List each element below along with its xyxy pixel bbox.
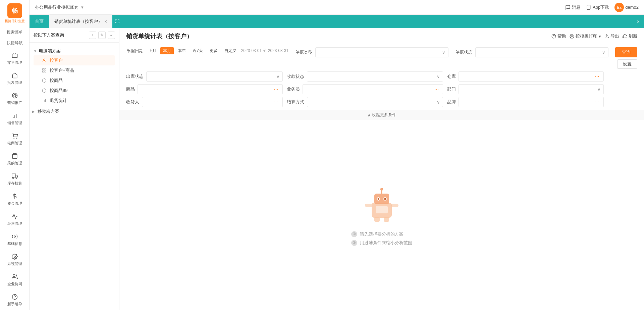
empty-tip-2: ② 用过滤条件来缩小分析范围 bbox=[351, 240, 412, 246]
doc-type-select[interactable]: ∨ bbox=[315, 47, 448, 57]
panel-item-by-customer[interactable]: 按客户 bbox=[34, 55, 115, 65]
query-btn[interactable]: 查询 bbox=[615, 47, 637, 57]
brand-select[interactable]: ··· bbox=[459, 97, 604, 107]
logo[interactable]: 畅 畅捷信好生意 bbox=[0, 0, 29, 27]
side-panel-title: 按以下方案查询 bbox=[34, 32, 64, 38]
sidebar-item-marketing[interactable]: 营销推广 bbox=[0, 89, 29, 109]
dept-arrow: ∨ bbox=[597, 87, 601, 92]
print-dropdown-arrow[interactable]: ▾ bbox=[599, 34, 601, 39]
app-download-btn[interactable]: App下载 bbox=[586, 4, 609, 10]
warehouse-select[interactable]: ··· bbox=[459, 71, 604, 82]
action-buttons: 查询 设置 bbox=[615, 47, 637, 69]
date-btn-more[interactable]: 更多 bbox=[207, 47, 220, 54]
help-icon bbox=[551, 34, 556, 39]
product-select[interactable]: ··· bbox=[138, 84, 283, 94]
tab-home[interactable]: 首页 bbox=[30, 15, 49, 28]
chart-icon bbox=[42, 98, 47, 103]
avatar: Ea bbox=[614, 3, 624, 12]
window-close-btn[interactable]: ✕ bbox=[632, 19, 644, 24]
sidebar-item-operations[interactable]: 经营管理 bbox=[0, 209, 29, 229]
out-status-select[interactable]: ∨ bbox=[146, 71, 283, 82]
grid-icon bbox=[42, 68, 47, 73]
topbar-left: 办公用品行业模拟账套 ▾ bbox=[35, 4, 84, 10]
receiver-dots[interactable]: ··· bbox=[272, 99, 279, 105]
sidebar-item-basic[interactable]: 基础信息 bbox=[0, 229, 29, 250]
svg-point-15 bbox=[13, 274, 15, 276]
mobile-group-header[interactable]: ▶ 移动端方案 bbox=[30, 107, 119, 116]
receiver-select[interactable]: ··· bbox=[142, 97, 283, 107]
side-panel: 按以下方案查询 + ✎ « ▼ 电脑端方案 bbox=[30, 28, 119, 310]
quick-nav[interactable]: 快捷导航 bbox=[0, 38, 29, 48]
print-btn[interactable]: 按模板打印 ▾ bbox=[570, 33, 601, 39]
sidebar-item-wholesale[interactable]: 批发管理 bbox=[0, 68, 29, 89]
payment-method-select[interactable]: ∨ bbox=[307, 97, 443, 107]
svg-rect-36 bbox=[374, 194, 389, 204]
help-btn[interactable]: 帮助 bbox=[551, 33, 566, 39]
svg-rect-24 bbox=[43, 69, 44, 70]
date-btn-7days[interactable]: 近7天 bbox=[190, 47, 206, 54]
doc-status-select[interactable]: ∨ bbox=[475, 47, 608, 57]
doc-type-label: 单据类型 bbox=[295, 49, 313, 55]
sidebar-item-finance[interactable]: 资金管理 bbox=[0, 189, 29, 209]
out-status-arrow: ∨ bbox=[276, 74, 280, 79]
payment-method-group: 结算方式 ∨ bbox=[287, 97, 443, 107]
industry-dropdown[interactable]: ▾ bbox=[81, 5, 84, 10]
salesperson-select[interactable]: ··· bbox=[303, 84, 443, 94]
svg-point-40 bbox=[384, 198, 386, 200]
collapse-panel-btn[interactable]: « bbox=[108, 32, 115, 39]
sidebar-item-retail[interactable]: 零售管理 bbox=[0, 48, 29, 68]
panel-item-product-99[interactable]: 按商品99 bbox=[34, 86, 115, 96]
empty-tips: ① 请先选择要分析的方案 ② 用过滤条件来缩小分析范围 bbox=[351, 231, 412, 246]
edit-scheme-btn[interactable]: ✎ bbox=[98, 32, 106, 39]
date-btn-last-month[interactable]: 上月 bbox=[146, 47, 159, 54]
date-btn-this-year[interactable]: 本年 bbox=[175, 47, 189, 54]
date-btn-this-month[interactable]: 本月 bbox=[160, 47, 174, 54]
tip-num-1: ① bbox=[351, 231, 357, 237]
sidebar-item-system[interactable]: 系统管理 bbox=[0, 250, 29, 270]
date-label: 单据日期 bbox=[126, 48, 144, 54]
tab-sales-stat[interactable]: 销货单统计表（按客户） × bbox=[49, 15, 112, 28]
tab-close-btn[interactable]: × bbox=[104, 19, 107, 24]
export-btn[interactable]: 导出 bbox=[604, 33, 619, 39]
product-group: 商品 ··· bbox=[126, 84, 283, 94]
sidebar-item-sales[interactable]: 销售管理 bbox=[0, 109, 29, 129]
sidebar-item-corp[interactable]: 企业协同 bbox=[0, 270, 29, 290]
panel-item-by-product[interactable]: 按商品 bbox=[34, 75, 115, 86]
refresh-btn[interactable]: 刷新 bbox=[623, 33, 637, 39]
doc-type-group: 单据类型 ∨ bbox=[295, 47, 448, 57]
out-status-group: 出库状态 ∨ bbox=[126, 71, 283, 82]
dept-group: 部门 ∨ bbox=[447, 84, 604, 94]
maximize-btn[interactable] bbox=[112, 19, 122, 24]
salesperson-dots[interactable]: ··· bbox=[433, 86, 440, 92]
warehouse-dots[interactable]: ··· bbox=[594, 73, 601, 80]
svg-point-10 bbox=[12, 177, 14, 178]
settings-btn[interactable]: 设置 bbox=[617, 59, 637, 69]
sidebar-item-newbie[interactable]: 新手引导 bbox=[0, 290, 29, 310]
brand-dots[interactable]: ··· bbox=[594, 99, 601, 105]
date-btn-custom[interactable]: 自定义 bbox=[222, 47, 239, 54]
desktop-group-label: 电脑端方案 bbox=[39, 48, 61, 54]
message-icon bbox=[565, 5, 571, 10]
message-btn[interactable]: 消息 bbox=[565, 4, 581, 10]
desktop-group-header[interactable]: ▼ 电脑端方案 bbox=[34, 47, 115, 55]
sidebar-item-purchase[interactable]: 采购管理 bbox=[0, 149, 29, 169]
collapse-bar[interactable]: ∧ 收起更多条件 bbox=[119, 110, 644, 120]
sidebar-item-ecommerce[interactable]: 电商管理 bbox=[0, 129, 29, 149]
salesperson-label: 业务员 bbox=[287, 86, 300, 92]
user-profile[interactable]: Ea demo2 bbox=[614, 3, 639, 12]
dept-select[interactable]: ∨ bbox=[459, 84, 604, 94]
panel-item-return-stat[interactable]: 退货统计 bbox=[34, 96, 115, 106]
topbar: 办公用品行业模拟账套 ▾ 消息 App下载 Ea demo2 bbox=[30, 0, 644, 15]
payment-status-select[interactable]: ∨ bbox=[307, 71, 443, 82]
add-scheme-btn[interactable]: + bbox=[89, 32, 96, 39]
filter-row4: 收货人 ··· 结算方式 ∨ 品牌 bbox=[119, 94, 644, 110]
main-area: 办公用品行业模拟账套 ▾ 消息 App下载 Ea demo2 首页 bbox=[30, 0, 644, 310]
brand-label: 品牌 bbox=[447, 99, 456, 105]
sidebar-item-inventory[interactable]: 库存核算 bbox=[0, 169, 29, 189]
side-panel-header: 按以下方案查询 + ✎ « bbox=[30, 28, 119, 43]
purchase-icon bbox=[11, 152, 18, 160]
svg-point-5 bbox=[14, 138, 14, 139]
panel-item-customer-product[interactable]: 按客户+商品 bbox=[34, 65, 115, 75]
product-dots[interactable]: ··· bbox=[272, 86, 279, 92]
search-menu[interactable]: 搜索菜单 bbox=[0, 27, 29, 38]
